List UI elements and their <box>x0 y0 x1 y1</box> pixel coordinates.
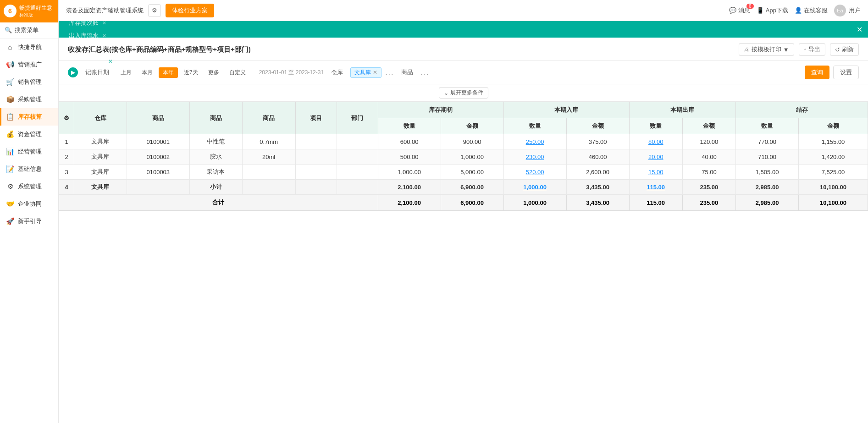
table-row: 3 文具库 0100003 采访本 1,000.00 5,000.00 520.… <box>59 165 868 180</box>
filter-settings-button[interactable]: 设置 <box>833 66 859 79</box>
cell-project <box>295 180 337 195</box>
nav-label-quick-nav: 快捷导航 <box>18 43 42 51</box>
date-btn-更多[interactable]: 更多 <box>204 67 223 78</box>
table-settings-icon[interactable]: ⚙ <box>59 102 74 134</box>
warehouse-more[interactable]: ... <box>385 68 394 77</box>
in-qty-link[interactable]: 520.00 <box>526 169 544 176</box>
warehouse-tag[interactable]: 文具库 ✕ <box>350 67 381 78</box>
tab-close-batch-account[interactable]: ✕ <box>102 20 106 26</box>
tab-home[interactable]: 首页 <box>62 0 143 4</box>
warehouse-tag-remove[interactable]: ✕ <box>373 69 377 76</box>
sidebar-item-basic[interactable]: 📝 基础信息 <box>0 160 58 178</box>
cell-open-amt: 5,000.00 <box>441 165 503 180</box>
cell-out-amt: 40.00 <box>682 149 735 165</box>
header-right: 💬 消息 6 📱 App下载 👤 在线客服 Ea 用户 <box>729 5 861 16</box>
gear-button[interactable]: ⚙ <box>148 4 161 17</box>
tab-inventory-dist[interactable]: 现存量（库存分布表）✕ <box>62 4 143 16</box>
table-footer: 合计 2,100.00 6,900.00 1,000.00 3,435.00 1… <box>59 195 868 211</box>
message-item[interactable]: 💬 消息 6 <box>729 6 750 15</box>
goods-more[interactable]: ... <box>420 68 429 77</box>
query-button[interactable]: 查询 <box>805 66 829 79</box>
app-download-item[interactable]: 📱 App下载 <box>757 6 788 15</box>
trial-button[interactable]: 体验行业方案 <box>166 4 214 17</box>
tab-close-in-out-summary[interactable]: ✕ <box>102 46 106 52</box>
warehouse-filter: 文具库 ✕ ... <box>350 67 394 78</box>
tab-close-stock-summary[interactable]: ✕ <box>108 59 112 65</box>
nav-label-enterprise: 企业协同 <box>18 200 42 208</box>
nav-icon-quick-nav: ⌂ <box>6 43 14 51</box>
out-qty-link[interactable]: 15.00 <box>648 169 663 176</box>
col-in-stock: 本期入库 <box>503 102 629 118</box>
nav-icon-system: ⚙ <box>6 182 14 191</box>
tab-batch-account[interactable]: 库存批次账✕ <box>62 16 143 29</box>
message-badge: 6 <box>746 4 754 9</box>
date-btn-近7天[interactable]: 近7天 <box>180 67 202 78</box>
refresh-button[interactable]: ↺ 刷新 <box>830 43 859 56</box>
sidebar-item-inventory[interactable]: 📋 库存核算 <box>0 108 58 126</box>
cell-in-amt: 2,600.00 <box>566 165 629 180</box>
print-button[interactable]: 🖨 按模板打印 ▼ <box>739 43 794 56</box>
col-out-qty: 数量 <box>629 118 682 134</box>
filter-toggle[interactable]: ▶ <box>68 67 78 77</box>
sidebar-item-enterprise[interactable]: 🤝 企业协同 <box>0 195 58 213</box>
in-qty-link[interactable]: 1,000.00 <box>523 184 547 191</box>
cell-project <box>295 165 337 180</box>
cell-bal-amt: 1,155.00 <box>799 134 868 149</box>
nav-label-sales: 销售管理 <box>18 78 42 86</box>
date-btn-本年[interactable]: 本年 <box>159 67 178 78</box>
nav-icon-purchase: 📦 <box>6 95 14 104</box>
sidebar-item-operation[interactable]: 📊 经营管理 <box>0 143 58 160</box>
nav-label-marketing: 营销推广 <box>18 60 42 69</box>
out-qty-link[interactable]: 20.00 <box>648 154 663 160</box>
print-label: 按模板打印 <box>752 45 781 54</box>
tab-bar-close[interactable]: ✕ <box>855 25 864 34</box>
footer-open-amt: 6,900.00 <box>441 195 503 211</box>
cell-name: 胶水 <box>189 149 242 165</box>
sidebar-item-system[interactable]: ⚙ 系统管理 <box>0 178 58 195</box>
out-qty-link[interactable]: 115.00 <box>647 184 665 191</box>
cell-code: 0100003 <box>127 165 189 180</box>
page-actions: 🖨 按模板打印 ▼ ↑ 导出 ↺ 刷新 <box>739 43 859 56</box>
user-item[interactable]: Ea 用户 <box>834 5 861 16</box>
col-bal-qty: 数量 <box>736 118 799 134</box>
cell-open-qty: 1,000.00 <box>378 165 441 180</box>
online-service-item[interactable]: 👤 在线客服 <box>795 6 828 15</box>
date-btn-自定义[interactable]: 自定义 <box>225 67 250 78</box>
sidebar-logo[interactable]: 6 畅捷通好生意 标准版 <box>0 0 58 22</box>
cell-in-qty: 230.00 <box>503 149 566 165</box>
sidebar-item-finance[interactable]: 💰 资金管理 <box>0 126 58 143</box>
nav-label-inventory: 库存核算 <box>18 113 42 121</box>
cell-warehouse: 文具库 <box>74 165 127 180</box>
filter-actions: 查询 设置 <box>805 66 859 79</box>
date-btn-上月[interactable]: 上月 <box>116 67 136 78</box>
export-button[interactable]: ↑ 导出 <box>799 43 826 56</box>
search-menu[interactable]: 🔍 搜索菜单 <box>0 22 58 38</box>
sidebar-item-purchase[interactable]: 📦 采购管理 <box>0 91 58 108</box>
nav-icon-basic: 📝 <box>6 165 14 173</box>
sidebar-item-quick-nav[interactable]: ⌂ 快捷导航 <box>0 38 58 56</box>
nav-icon-sales: 🛒 <box>6 78 14 86</box>
sidebar-item-newbie[interactable]: 🚀 新手引导 <box>0 213 58 230</box>
tab-label-home: 首页 <box>69 0 81 1</box>
expand-button[interactable]: ⌄ 展开更多条件 <box>439 87 488 99</box>
cell-spec <box>242 165 295 180</box>
page-title: 收发存汇总表(按仓库+商品编码+商品+规格型号+项目+部门) <box>68 45 251 54</box>
cell-code <box>127 180 189 195</box>
cell-project <box>295 149 337 165</box>
date-btn-本月[interactable]: 本月 <box>138 67 157 78</box>
sidebar-item-marketing[interactable]: 📢 营销推广 <box>0 56 58 73</box>
tab-close-in-out-flow[interactable]: ✕ <box>102 33 106 39</box>
col-open-qty: 数量 <box>378 118 441 134</box>
warehouse-filter-label: 仓库 <box>331 68 343 77</box>
tab-close-inventory-dist[interactable]: ✕ <box>132 7 136 13</box>
cell-bal-amt: 7,525.00 <box>799 165 868 180</box>
cell-no: 2 <box>59 149 74 165</box>
in-qty-link[interactable]: 230.00 <box>526 154 544 160</box>
in-qty-link[interactable]: 250.00 <box>526 138 544 145</box>
sidebar-item-sales[interactable]: 🛒 销售管理 <box>0 73 58 91</box>
col-warehouse: 仓库 <box>74 102 127 134</box>
data-table: ⚙ 仓库 商品 商品 商品 项目 部门 库存期初 本期入库 本期出库 结存 数量 <box>59 102 868 211</box>
cell-out-amt: 120.00 <box>682 134 735 149</box>
nav-icon-marketing: 📢 <box>6 60 14 69</box>
out-qty-link[interactable]: 80.00 <box>648 138 663 145</box>
